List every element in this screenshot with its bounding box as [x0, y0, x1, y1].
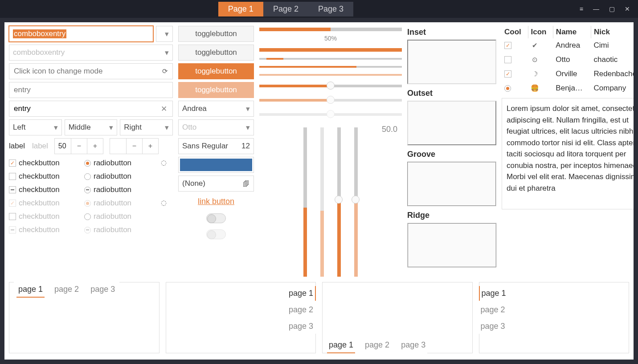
nb-tab[interactable]: page 1 [287, 286, 316, 301]
notebook-left: page 1 page 2 page 3 [479, 282, 630, 353]
nb-tab[interactable]: page 3 [399, 338, 427, 353]
combo-names[interactable]: Andrea [178, 101, 254, 117]
radio-2[interactable]: radiobutton [84, 172, 152, 181]
combobox-entry-2: comboboxentry [9, 45, 173, 61]
label-1: label [9, 142, 25, 151]
clear-icon[interactable]: ✕ [159, 104, 169, 114]
check-6: checkbutton [9, 225, 77, 234]
check-1[interactable]: ✓checkbutton [9, 159, 77, 168]
frame-ridge-label: Ridge [407, 211, 496, 220]
spinner-icon: ◌ [160, 159, 168, 167]
progress-1 [259, 28, 402, 31]
nb-tab[interactable]: page 3 [479, 319, 508, 334]
spin-up[interactable]: + [87, 139, 103, 154]
table-row: ⊙Ottochaotic [502, 53, 634, 67]
header-tab-2[interactable]: Page 2 [263, 2, 308, 16]
hamburger-icon[interactable]: ≡ [580, 5, 583, 12]
alert-icon: ⊙ [531, 56, 539, 64]
spin-down[interactable]: − [71, 139, 87, 154]
vslider-2 [320, 127, 324, 277]
nb-tab[interactable]: page 2 [287, 303, 316, 317]
seg-right[interactable]: Right [120, 119, 173, 135]
notebook-bottom: page 1 page 2 page 3 [322, 282, 473, 353]
refresh-icon[interactable]: ⟳ [161, 67, 169, 75]
frame-inset [407, 40, 496, 84]
lorem-text[interactable]: Lorem ipsum dolor sit amet, consectetur … [502, 98, 634, 209]
progress-2 [259, 48, 402, 52]
maximize-icon[interactable]: ▢ [609, 5, 615, 12]
frame-groove-label: Groove [407, 150, 496, 159]
nb-tab[interactable]: page 1 [479, 286, 508, 301]
hslider-1[interactable] [259, 85, 402, 87]
table-row: 🍔Benja…Company [502, 81, 634, 95]
frame-outset-label: Outset [407, 89, 496, 98]
radio-icon[interactable] [504, 85, 511, 92]
table-row: ✓☽OrvilleRedenbacher [502, 67, 634, 81]
nb-tab[interactable]: page 2 [363, 338, 391, 353]
seg-left[interactable]: Left [9, 119, 62, 135]
notebook-right: page 1 page 2 page 3 [166, 282, 316, 353]
inputs-column: comboboxentry comboboxentry ⟳ ✕ Left Mid… [9, 26, 173, 277]
window-titlebar: Page 1 Page 2 Page 3 ≡ — ▢ ✕ [0, 0, 638, 18]
vslider-1[interactable] [303, 127, 307, 277]
progress-3 [259, 58, 402, 60]
spin-2: −+ [110, 138, 159, 154]
combobox-entry-1-dropdown[interactable] [156, 26, 173, 42]
notebook-top: page 1 page 2 page 3 [9, 282, 160, 353]
hslider-2 [259, 99, 402, 102]
food-icon: 🍔 [531, 84, 539, 92]
header-page-switcher: Page 1 Page 2 Page 3 [218, 2, 353, 16]
header-tab-1[interactable]: Page 1 [218, 2, 263, 16]
font-button[interactable]: Sans Regular12 [178, 138, 254, 154]
minimize-icon[interactable]: — [593, 5, 599, 12]
combo-names-disabled: Otto [178, 119, 254, 135]
progress-label: 50% [259, 35, 402, 42]
combobox-entry-1[interactable]: comboboxentry [9, 26, 153, 42]
check-5: checkbutton [9, 212, 77, 221]
nb-tab[interactable]: page 3 [287, 319, 316, 334]
color-button[interactable] [178, 157, 254, 173]
people-table[interactable]: CoolIcon NameNick ✓✔AndreaCimi ⊙Ottochao… [502, 26, 634, 95]
radio-6: radiobutton [84, 225, 152, 234]
toggle-3[interactable]: togglebutton [178, 63, 254, 79]
table-column: CoolIcon NameNick ✓✔AndreaCimi ⊙Ottochao… [502, 26, 634, 277]
nb-tab[interactable]: page 2 [53, 282, 81, 298]
progress-5 [259, 74, 402, 76]
mode-entry[interactable]: ⟳ [9, 63, 173, 79]
radio-1[interactable]: radiobutton [84, 159, 152, 168]
switch-1[interactable] [206, 213, 226, 223]
toggle-1[interactable]: togglebutton [178, 26, 254, 42]
check-3[interactable]: checkbutton [9, 185, 77, 194]
check-2[interactable]: checkbutton [9, 172, 77, 181]
file-chooser[interactable]: (None)🗐 [178, 176, 254, 192]
toggle-2: togglebutton [178, 45, 254, 61]
nb-tab[interactable]: page 1 [16, 282, 45, 298]
sliders-column: 50% 50.0 [259, 26, 402, 277]
frame-inset-label: Inset [407, 28, 496, 37]
radio-3[interactable]: radiobutton [84, 185, 152, 194]
checkbox-icon[interactable]: ✓ [504, 70, 511, 78]
nb-tab[interactable]: page 1 [327, 338, 355, 353]
hslider-3 [259, 113, 402, 116]
radio-5: radiobutton [84, 212, 152, 221]
label-2: label [32, 142, 48, 151]
close-icon[interactable]: ✕ [625, 5, 630, 12]
frames-column: Inset Outset Groove Ridge [407, 26, 496, 277]
table-row: ✓✔AndreaCimi [502, 38, 634, 53]
frame-groove [407, 162, 496, 206]
seg-middle[interactable]: Middle [65, 119, 118, 135]
checkbox-icon[interactable]: ✓ [504, 42, 511, 49]
nb-tab[interactable]: page 3 [89, 282, 117, 298]
vslider-4 [354, 127, 358, 277]
frame-outset [407, 101, 496, 145]
checkbox-icon[interactable] [504, 56, 511, 63]
spin-1[interactable]: 50−+ [54, 138, 103, 154]
vslider-3[interactable] [337, 127, 341, 277]
entry-1[interactable] [9, 82, 173, 98]
link-button[interactable]: link button [178, 194, 254, 209]
header-tab-3[interactable]: Page 3 [308, 2, 353, 16]
check-4: ✓checkbutton [9, 199, 77, 208]
entry-2[interactable]: ✕ [9, 101, 173, 117]
nb-tab[interactable]: page 2 [479, 303, 508, 317]
frame-ridge [407, 223, 496, 267]
